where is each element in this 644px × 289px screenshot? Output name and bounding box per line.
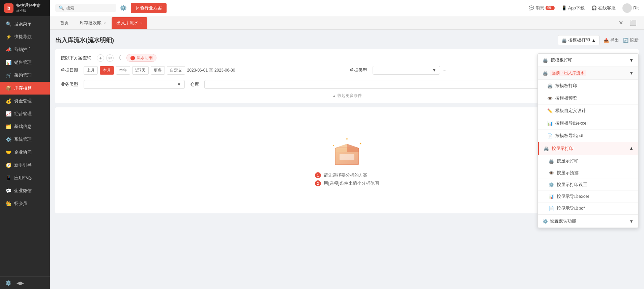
- print-template-chevron: ▲: [591, 38, 596, 43]
- sidebar-item-guide[interactable]: 🧭新手引导: [0, 159, 50, 172]
- app-download-label: App下载: [568, 5, 585, 11]
- filter-collapse-btn[interactable]: 《: [116, 54, 121, 61]
- message-btn[interactable]: 💬 消息 99+: [529, 5, 555, 11]
- quick-nav-icon: ⚡: [5, 34, 11, 40]
- refresh-btn[interactable]: 🔄 刷新: [623, 37, 639, 43]
- sidebar-item-wechat[interactable]: 💬企业微信: [0, 184, 50, 197]
- date-this-month-btn[interactable]: 本月: [100, 66, 114, 75]
- dropdown-item-display-print-settings[interactable]: ⚙️ 按显示打印设置: [538, 179, 638, 191]
- template-print-item-icon: 🖨️: [547, 83, 553, 88]
- display-excel-icon: 📊: [549, 194, 554, 199]
- warehouse-select[interactable]: ···: [204, 80, 583, 89]
- sidebar-item-enterprise[interactable]: 🤝企业协同: [0, 146, 50, 159]
- tab-batch-account-close[interactable]: ×: [104, 21, 106, 25]
- tab-maximize-btn[interactable]: ⬜: [628, 19, 639, 27]
- wechat-label: 企业微信: [14, 188, 32, 194]
- date-end[interactable]: 2023-06-30: [214, 68, 235, 73]
- step-2-text: 用[选项]条件来缩小分析范围: [324, 180, 379, 186]
- finance-icon: 💰: [5, 98, 11, 104]
- warehouse-label: 仓库: [190, 81, 199, 87]
- business-type-select[interactable]: ▼: [84, 80, 185, 89]
- tab-flow-close[interactable]: ×: [140, 21, 142, 25]
- page-header-actions: 🖨️ 按模板打印 ▲ 📤 导出 🔄 刷新: [558, 35, 639, 45]
- display-print-settings-icon: ⚙️: [549, 182, 554, 187]
- business-type-label: 业务类型: [61, 81, 78, 87]
- svg-rect-4: [340, 154, 354, 160]
- print-template-btn[interactable]: 🖨️ 按模板打印 ▲: [558, 35, 599, 45]
- app-download-btn[interactable]: 📱 App下载: [561, 5, 585, 11]
- svg-text:✦: ✦: [333, 144, 334, 147]
- dropdown-item-template-pdf[interactable]: 📄 按模板导出pdf: [538, 130, 638, 142]
- print-template-icon: 🖨️: [561, 38, 567, 43]
- sidebar-item-sales[interactable]: 📊销售管理: [0, 56, 50, 69]
- sidebar: b 畅捷通好生意 标准版 🔍搜索菜单⚡快捷导航📣营销推广📊销售管理🛒采购管理📦库…: [0, 0, 50, 289]
- empty-step-2: 2 用[选项]条件来缩小分析范围: [315, 180, 379, 186]
- dropdown-item-display-preview[interactable]: 👁️ 按显示预览: [538, 167, 638, 179]
- tab-close-window-btn[interactable]: ✕: [617, 19, 625, 27]
- dropdown-item-template-print[interactable]: 🖨️ 按模板打印: [538, 80, 638, 92]
- filter-settings-icon-btn[interactable]: ⚙: [106, 54, 114, 62]
- template-print-header-label: 按模板打印: [551, 57, 573, 63]
- sidebar-item-purchase[interactable]: 🛒采购管理: [0, 69, 50, 82]
- date-last-7-days-btn[interactable]: 近7天: [132, 66, 149, 75]
- sidebar-footer: ⚙️ ◀▶: [0, 277, 50, 289]
- tab-batch-account[interactable]: 库存批次账 ×: [75, 17, 110, 29]
- sidebar-item-member[interactable]: 👑畅会员: [0, 197, 50, 210]
- doc-type-more-icon[interactable]: ···: [443, 68, 446, 73]
- sidebar-item-app-center[interactable]: 📱应用中心: [0, 172, 50, 184]
- step-1-num: 1: [315, 172, 321, 178]
- tab-home[interactable]: 首页: [55, 17, 74, 29]
- filter-add-btn[interactable]: +: [97, 54, 104, 62]
- topbar-gear-icon[interactable]: ⚙️: [120, 5, 127, 11]
- guide-label: 新手引导: [14, 162, 32, 168]
- sidebar-item-basic[interactable]: 🗂️基础信息: [0, 120, 50, 133]
- tab-flow[interactable]: 出入库流水 ×: [112, 17, 147, 29]
- collapse-icon[interactable]: ◀▶: [17, 280, 24, 286]
- topbar-search-container: 🔍: [55, 4, 116, 12]
- sidebar-item-quick-nav[interactable]: ⚡快捷导航: [0, 30, 50, 43]
- quick-nav-label: 快捷导航: [14, 34, 32, 40]
- template-print-section-header[interactable]: 🖨️ 按模板打印 ▼: [538, 54, 638, 67]
- display-print-section-header[interactable]: 🖨️ 按显示打印 ▼: [538, 142, 638, 155]
- tab-batch-account-label: 库存批次账: [80, 20, 101, 26]
- doc-type-select[interactable]: ▼: [373, 66, 440, 75]
- purchase-label: 采购管理: [14, 72, 32, 78]
- basic-icon: 🗂️: [5, 124, 11, 129]
- doc-type-chevron: ▼: [432, 68, 436, 73]
- dropdown-item-display-pdf[interactable]: 📄 按显示导出pdf: [538, 203, 638, 214]
- date-more-btn[interactable]: 更多: [151, 66, 165, 75]
- sidebar-item-finance[interactable]: 💰资金管理: [0, 95, 50, 107]
- collapse-up-icon: ▲: [332, 94, 336, 98]
- sidebar-item-operation[interactable]: 📈经营管理: [0, 107, 50, 120]
- dropdown-footer[interactable]: ⚙️ 设置默认功能 ▼: [538, 214, 638, 228]
- main-area: 🔍 ⚙️ 体验行业方案 💬 消息 99+ 📱 App下载 🎧 在线客服 Rit: [50, 0, 644, 289]
- filter-chip[interactable]: 🔴 流水明细: [126, 54, 156, 62]
- date-last-month-btn[interactable]: 上月: [84, 66, 98, 75]
- template-print-sublabel-row[interactable]: 🖨️ 当前：出入库流水 ▼: [538, 67, 638, 80]
- sidebar-item-marketing[interactable]: 📣营销推广: [0, 43, 50, 56]
- service-label: 在线客服: [598, 5, 616, 11]
- service-btn[interactable]: 🎧 在线客服: [591, 5, 616, 11]
- search-input[interactable]: [66, 6, 110, 10]
- trial-btn[interactable]: 体验行业方案: [131, 3, 167, 13]
- date-custom-btn[interactable]: 自定义: [167, 66, 185, 75]
- export-btn[interactable]: 📤 导出: [604, 37, 619, 43]
- dropdown-item-template-preview[interactable]: 👁️ 按模板预览: [538, 92, 638, 105]
- template-preview-label: 按模板预览: [555, 95, 577, 101]
- dropdown-item-template-custom[interactable]: ✏️ 模板自定义设计: [538, 105, 638, 117]
- dropdown-item-display-print[interactable]: 🖨️ 按显示打印: [538, 155, 638, 167]
- user-profile[interactable]: Rit: [622, 3, 639, 13]
- date-start[interactable]: 2023-06-01: [187, 68, 208, 73]
- date-range-sep: 至: [209, 68, 213, 73]
- wechat-icon: 💬: [5, 188, 11, 193]
- dropdown-item-template-excel[interactable]: 📊 按模板导出excel: [538, 117, 638, 130]
- sidebar-item-system[interactable]: ⚙️系统管理: [0, 133, 50, 146]
- sidebar-item-search[interactable]: 🔍搜索菜单: [0, 18, 50, 30]
- sidebar-item-inventory[interactable]: 📦库存核算: [0, 82, 50, 95]
- date-this-year-btn[interactable]: 本年: [116, 66, 130, 75]
- svg-text:✦: ✦: [345, 137, 349, 141]
- settings-icon[interactable]: ⚙️: [5, 280, 11, 286]
- filter-chip-label: 流水明细: [137, 55, 153, 61]
- date-input-range: 2023-06-01 至 2023-06-30: [187, 68, 235, 73]
- dropdown-item-display-excel[interactable]: 📊 按显示导出excel: [538, 191, 638, 203]
